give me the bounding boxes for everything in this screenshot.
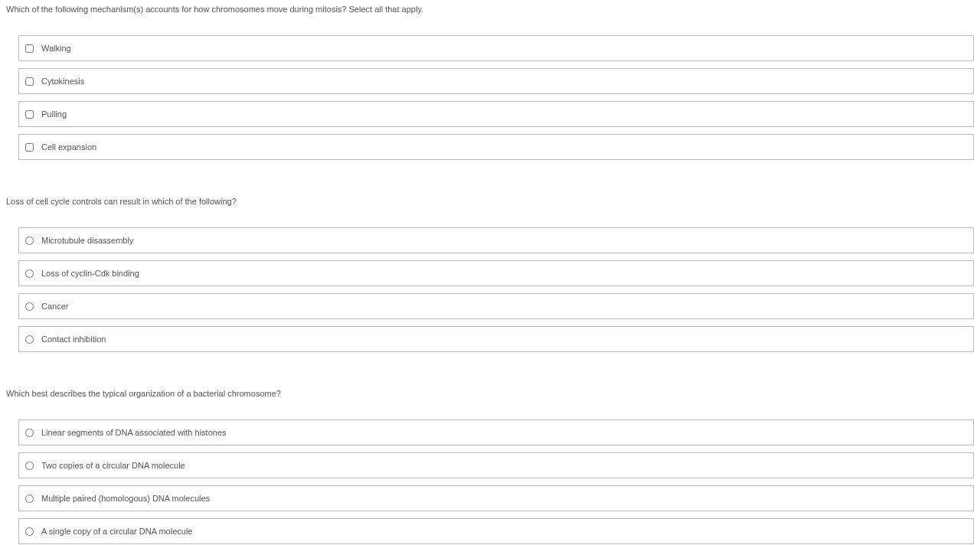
option-row[interactable]: Multiple paired (homologous) DNA molecul… xyxy=(18,485,974,511)
question-block-1: Which of the following mechanism(s) acco… xyxy=(5,5,975,160)
option-row[interactable]: Pulling xyxy=(18,101,974,127)
options-container: Walking Cytokinesis Pulling Cell expansi… xyxy=(5,35,975,160)
option-label: Contact inhibition xyxy=(41,335,106,344)
option-row[interactable]: Cancer xyxy=(18,293,974,319)
radio-input[interactable] xyxy=(25,462,34,470)
radio-input[interactable] xyxy=(25,269,34,278)
option-row[interactable]: Two copies of a circular DNA molecule xyxy=(18,452,974,478)
option-label: Pulling xyxy=(41,109,67,119)
option-row[interactable]: Cell expansion xyxy=(18,134,974,160)
option-label: Microtubule disassembly xyxy=(41,236,133,245)
radio-input[interactable] xyxy=(25,302,34,311)
option-label: A single copy of a circular DNA molecule xyxy=(41,527,192,536)
checkbox-input[interactable] xyxy=(25,77,34,86)
option-label: Cancer xyxy=(41,302,68,311)
option-label: Walking xyxy=(41,44,71,53)
radio-input[interactable] xyxy=(25,335,34,344)
radio-input[interactable] xyxy=(25,429,34,437)
option-label: Cell expansion xyxy=(41,142,96,152)
question-block-2: Loss of cell cycle controls can result i… xyxy=(5,197,975,352)
option-row[interactable]: Cytokinesis xyxy=(18,68,974,94)
option-row[interactable]: Contact inhibition xyxy=(18,326,974,352)
question-block-3: Which best describes the typical organiz… xyxy=(5,389,975,544)
options-container: Microtubule disassembly Loss of cyclin-C… xyxy=(5,227,975,352)
option-label: Cytokinesis xyxy=(41,77,84,86)
option-row[interactable]: Linear segments of DNA associated with h… xyxy=(18,419,974,445)
option-label: Loss of cyclin-Cdk binding xyxy=(41,269,139,278)
option-label: Multiple paired (homologous) DNA molecul… xyxy=(41,494,210,503)
question-prompt: Loss of cell cycle controls can result i… xyxy=(5,197,975,206)
question-prompt: Which of the following mechanism(s) acco… xyxy=(5,5,975,14)
option-row[interactable]: Loss of cyclin-Cdk binding xyxy=(18,260,974,286)
question-prompt: Which best describes the typical organiz… xyxy=(5,389,975,398)
radio-input[interactable] xyxy=(25,527,34,536)
checkbox-input[interactable] xyxy=(25,44,34,53)
option-label: Linear segments of DNA associated with h… xyxy=(41,428,227,437)
option-label: Two copies of a circular DNA molecule xyxy=(41,461,185,470)
options-container: Linear segments of DNA associated with h… xyxy=(5,419,975,544)
option-row[interactable]: A single copy of a circular DNA molecule xyxy=(18,518,974,544)
option-row[interactable]: Walking xyxy=(18,35,974,61)
option-row[interactable]: Microtubule disassembly xyxy=(18,227,974,253)
radio-input[interactable] xyxy=(25,494,34,503)
radio-input[interactable] xyxy=(25,237,34,245)
checkbox-input[interactable] xyxy=(25,143,34,152)
checkbox-input[interactable] xyxy=(25,110,34,119)
